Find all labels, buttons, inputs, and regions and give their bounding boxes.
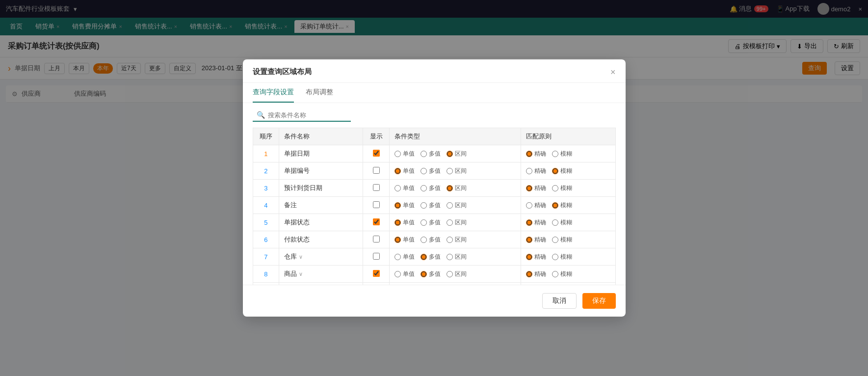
modal-search: 🔍 [243, 103, 626, 108]
modal-close-button[interactable]: × [610, 68, 616, 77]
modal-tabs: 查询字段设置 布局调整 [243, 83, 626, 103]
modal-tab-query-fields[interactable]: 查询字段设置 [253, 83, 294, 103]
modal-header: 设置查询区域布局 × [243, 59, 626, 83]
modal-dialog: 设置查询区域布局 × 查询字段设置 布局调整 🔍 顺序 [243, 59, 626, 108]
modal-title: 设置查询区域布局 [253, 67, 312, 77]
modal-tab-layout-adjust[interactable]: 布局调整 [306, 83, 333, 103]
modal-overlay[interactable]: 设置查询区域布局 × 查询字段设置 布局调整 🔍 顺序 [0, 0, 868, 108]
